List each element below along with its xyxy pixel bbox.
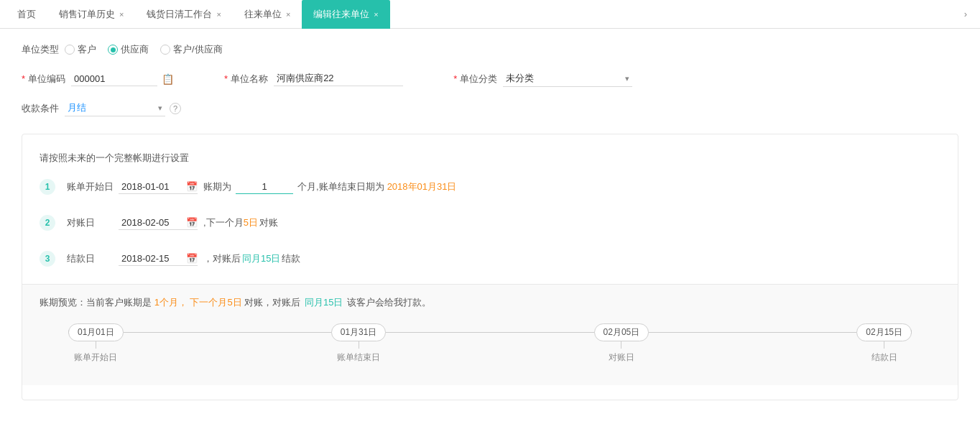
preview-part1: 1个月， [154,297,188,308]
tab-cash-workbench[interactable]: 钱货日清工作台 × [135,0,232,29]
radio-both-label: 客户/供应商 [173,43,223,56]
step-2-highlight: 5日 [244,216,258,229]
timeline-items: 01月01日 账单开始日 01月31日 账单结束日 02月05日 对账日 [68,323,912,364]
period-input[interactable] [236,180,293,194]
section-description: 请按照未来的一个完整帐期进行设置 [40,152,940,165]
unit-category-field: * 单位分类 未分类 ▾ [453,70,632,87]
unit-category-label: 单位分类 [460,73,497,86]
unit-category-select[interactable]: 未分类 ▾ [503,70,632,87]
timeline-item-1: 01月01日 账单开始日 [68,323,124,364]
unit-code-label: 单位编码 [28,73,65,86]
payment-terms-value: 月结 [68,101,154,114]
step-3-highlight: 同月15日 [242,252,280,265]
unit-name-required: * [224,73,228,84]
step-3-suffix: 结款 [282,252,300,265]
timeline-date-4: 02月15日 [856,323,912,341]
step-1-prefix: 账期为 [203,180,231,193]
tab-partner-units[interactable]: 往来单位 × [233,0,302,29]
unit-category-arrow: ▾ [625,74,629,83]
unit-type-row: 单位类型 客户 供应商 客户/供应商 [22,43,958,56]
unit-name-field: * 单位名称 [224,72,403,86]
timeline-container: 01月01日 账单开始日 01月31日 账单结束日 02月05日 对账日 [40,323,940,385]
preview-label: 账期预览：当前客户账期是 [40,297,152,308]
radio-supplier-label: 供应商 [121,43,149,56]
unit-type-field: 单位类型 客户 供应商 客户/供应商 [22,43,223,56]
radio-both[interactable]: 客户/供应商 [160,43,223,56]
unit-code-field: * 单位编码 📋 [22,72,174,86]
radio-customer-label: 客户 [78,43,96,56]
preview-suffix: 该客户会给我打款。 [347,297,431,308]
step-1-calendar-icon[interactable]: 📅 [186,181,198,192]
step-3-date-wrap: 📅 [119,252,198,266]
tabs-bar: 首页 销售订单历史 × 钱货日清工作台 × 往来单位 × 编辑往来单位 × › [0,0,980,29]
step-1-row: 1 账单开始日 📅 账期为 个月,账单结束日期为 2018年01月31日 [40,179,940,195]
radio-customer-circle [65,45,75,55]
preview-section: 账期预览：当前客户账期是 1个月， 下一个月5日 对账，对账后 同月15日 该客… [22,284,958,385]
unit-info-row: * 单位编码 📋 * 单位名称 * 单位分类 未分类 ▾ [22,70,958,87]
step-2-date-wrap: 📅 [119,216,198,230]
timeline-date-3: 02月05日 [594,323,650,341]
preview-text: 账期预览：当前客户账期是 1个月， 下一个月5日 对账，对账后 同月15日 该客… [40,296,940,309]
unit-type-radio-group: 客户 供应商 客户/供应商 [65,43,223,56]
timeline-date-1: 01月01日 [68,323,124,341]
step-2-calendar-icon[interactable]: 📅 [186,217,198,228]
timeline-connector-3 [621,341,621,349]
timeline-connector-4 [884,341,884,349]
step-1-number: 1 [40,179,55,195]
step-2-suffix: 对账 [259,216,278,229]
timeline-item-3: 02月05日 对账日 [594,323,650,364]
step-2-prefix: ,下一个月 [203,216,244,229]
tab-partner-units-label: 往来单位 [244,8,282,21]
timeline-label-1: 账单开始日 [74,351,117,364]
tab-cash-workbench-close[interactable]: × [216,10,221,19]
timeline-item-2: 01月31日 账单结束日 [331,323,387,364]
tab-home-label: 首页 [17,8,36,21]
unit-name-input[interactable] [274,72,403,86]
step-1-suffix: 个月,账单结束日期为 [297,180,384,193]
step-2-number: 2 [40,215,55,231]
help-icon[interactable]: ? [170,103,181,114]
step-3-date-input[interactable] [121,253,186,264]
payment-terms-row: 收款条件 月结 ▾ ? [22,100,958,116]
step-3-calendar-icon[interactable]: 📅 [186,253,198,264]
tab-sales-history-close[interactable]: × [119,10,124,19]
tab-edit-partner-label: 编辑往来单位 [313,8,369,21]
preview-part3: 同月15日 [305,297,343,308]
payment-terms-field: 收款条件 月结 ▾ ? [22,100,181,116]
tab-sales-history[interactable]: 销售订单历史 × [47,0,135,29]
unit-code-required: * [22,73,25,84]
unit-type-label: 单位类型 [22,43,59,56]
timeline-connector-2 [359,341,359,349]
page-content: 单位类型 客户 供应商 客户/供应商 * 单位编码 [0,29,980,437]
timeline-date-2: 01月31日 [331,323,387,341]
unit-code-input[interactable] [71,72,157,86]
timeline-label-2: 账单结束日 [337,351,380,364]
copy-icon[interactable]: 📋 [162,73,174,85]
tab-edit-partner[interactable]: 编辑往来单位 × [302,0,389,29]
tab-home[interactable]: 首页 [6,0,47,29]
step-1-end-date: 2018年01月31日 [387,180,457,193]
preview-middle: 对账，对账后 [244,297,300,308]
step-3-label: 结款日 [67,252,110,265]
step-1-label: 账单开始日 [67,180,110,193]
tab-edit-partner-close[interactable]: × [374,10,378,19]
unit-category-required: * [453,73,457,84]
tab-more-button[interactable]: › [957,0,974,29]
tab-cash-workbench-label: 钱货日清工作台 [147,8,212,21]
tab-sales-history-label: 销售订单历史 [59,8,115,21]
step-2-label: 对账日 [67,216,110,229]
radio-supplier[interactable]: 供应商 [108,43,149,56]
radio-both-circle [160,45,170,55]
step-1-date-input[interactable] [121,181,186,192]
tab-partner-units-close[interactable]: × [286,10,290,19]
radio-customer[interactable]: 客户 [65,43,96,56]
timeline-label-3: 对账日 [609,351,634,364]
step-3-prefix: ，对账后 [203,252,241,265]
step-2-date-input[interactable] [121,217,186,228]
timeline-connector-1 [96,341,96,349]
payment-terms-arrow: ▾ [158,104,162,113]
unit-name-label: 单位名称 [231,73,268,86]
timeline-label-4: 结款日 [872,351,897,364]
payment-terms-select[interactable]: 月结 ▾ [65,100,165,116]
unit-category-value: 未分类 [506,72,621,85]
